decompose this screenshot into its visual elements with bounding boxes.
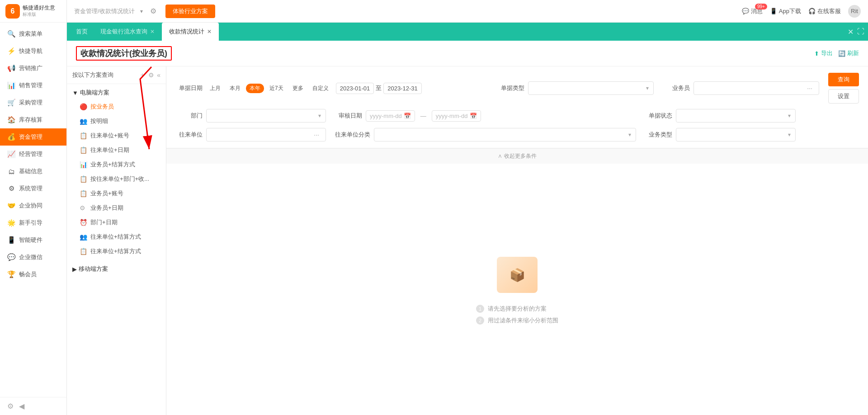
set-button[interactable]: 设置 — [828, 89, 859, 104]
sidebar-item-hardware[interactable]: 📱 智能硬件 — [0, 231, 66, 249]
schema-item-by-sales-account[interactable]: 📋 业务员+账号 — [67, 186, 166, 201]
doc-type-select[interactable]: ▾ — [528, 81, 654, 95]
sidebar-item-purchase[interactable]: 🛒 采购管理 — [0, 94, 66, 111]
unit-dept-icon: 📋 — [80, 175, 87, 183]
review-from-placeholder: yyyy-mm-dd — [370, 113, 402, 119]
sidebar-item-member[interactable]: 🏆 畅会员 — [0, 266, 66, 283]
biz-type-select[interactable]: ▾ — [676, 128, 796, 141]
date-from-input[interactable]: 2023-01-01 — [336, 83, 374, 94]
chevron-right-icon: ▶ — [72, 266, 77, 273]
settings-bottom-icon[interactable]: ⚙ — [7, 402, 14, 410]
app-label: App下载 — [779, 7, 801, 15]
review-from-input[interactable]: yyyy-mm-dd 📅 — [366, 110, 415, 122]
message-button[interactable]: 💬 消息 99+ — [742, 7, 763, 15]
sidebar-item-basic[interactable]: 🗂 基础信息 — [0, 163, 66, 180]
collapse-sidebar-icon[interactable]: ◀ — [19, 402, 24, 410]
service-label: 在线客服 — [817, 7, 841, 15]
salesperson-dots[interactable]: ··· — [805, 85, 814, 92]
dept-select[interactable]: ▾ — [206, 109, 326, 123]
filter-row-2: 部门 ▾ 审核日期 yyyy-mm-dd 📅 — [175, 109, 859, 123]
refresh-button[interactable]: 🔄 刷新 — [838, 49, 859, 57]
date-last-month[interactable]: 上月 — [206, 84, 224, 93]
schema-group-mobile-header[interactable]: ▶ 移动端方案 — [67, 262, 166, 276]
schema-item-by-sales-date[interactable]: ⚙ 业务员+日期 — [67, 201, 166, 215]
date-shortcuts: 上月 本月 本年 近7天 更多 自定义 — [206, 84, 332, 93]
sidebar-item-search[interactable]: 🔍 搜索菜单 — [0, 25, 66, 42]
filter-item-review-date: 审核日期 yyyy-mm-dd 📅 — yyyy-mm-dd 📅 — [335, 110, 636, 122]
filter-item-partner: 往来单位 ··· — [175, 128, 326, 141]
topbar-dropdown-icon[interactable]: ▾ — [140, 8, 143, 14]
schema-item-by-unit-settle2[interactable]: 📋 往来单位+结算方式 — [67, 244, 166, 259]
sidebar-item-marketing[interactable]: 📢 营销推广 — [0, 60, 66, 77]
date-to-input[interactable]: 2023-12-31 — [383, 83, 422, 94]
salesperson-select[interactable]: ··· — [693, 81, 819, 95]
sidebar-item-operation[interactable]: 📈 经营管理 — [0, 146, 66, 163]
date-this-year[interactable]: 本年 — [246, 84, 264, 93]
calendar-icon: 📅 — [404, 113, 411, 119]
tabbar-expand-icon[interactable]: ⛶ — [857, 28, 864, 36]
add-schema-icon[interactable]: ＋ — [139, 71, 146, 79]
tabbar-close-icon[interactable]: ✕ — [848, 28, 854, 36]
refresh-label: 刷新 — [847, 49, 859, 57]
schema-item-by-unit-settle1[interactable]: 👥 往来单位+结算方式 — [67, 230, 166, 244]
sales-settle-icon: 📊 — [80, 161, 87, 168]
tab-receipt-close[interactable]: ✕ — [207, 28, 212, 35]
schema-item-salesperson-label: 按业务员 — [90, 103, 114, 111]
collapse-panel-icon[interactable]: « — [157, 71, 160, 79]
sidebar-item-wechat[interactable]: 💬 企业微信 — [0, 249, 66, 266]
date-last-7days[interactable]: 近7天 — [266, 84, 287, 93]
service-button[interactable]: 🎧 在线客服 — [808, 7, 841, 15]
schema-item-by-unit-account[interactable]: 📋 往来单位+账号 — [67, 128, 166, 143]
message-icon: 💬 — [742, 8, 749, 14]
sidebar-item-quicknav[interactable]: ⚡ 快捷导航 — [0, 42, 66, 60]
schema-item-sales-account-label: 业务员+账号 — [90, 189, 123, 198]
topbar-gear-icon[interactable]: ⚙ — [150, 7, 156, 15]
schema-item-by-unit-dept[interactable]: 📋 按往来单位+部门+收... — [67, 172, 166, 186]
sidebar-item-collab[interactable]: 🤝 企业协同 — [0, 197, 66, 214]
logo-badge: 标准版 — [23, 11, 55, 18]
schema-item-by-salesperson[interactable]: 🔴 按业务员 — [67, 99, 166, 114]
dept-label: 部门 — [175, 112, 203, 120]
sidebar-label-purchase: 采购管理 — [19, 99, 42, 107]
doc-type-chevron-icon: ▾ — [646, 85, 649, 91]
tab-home[interactable]: 首页 — [71, 28, 93, 36]
schema-item-by-detail[interactable]: 👥 按明细 — [67, 114, 166, 128]
sidebar-item-finance[interactable]: 💰 资金管理 — [0, 128, 66, 146]
review-to-input[interactable]: yyyy-mm-dd 📅 — [432, 110, 481, 122]
schema-group-desktop-header[interactable]: ▼ 电脑端方案 — [67, 86, 166, 99]
query-button[interactable]: 查询 — [828, 73, 859, 86]
schema-item-by-unit-date[interactable]: 📋 往来单位+日期 — [67, 143, 166, 157]
schema-item-by-sales-settle[interactable]: 📊 业务员+结算方式 — [67, 157, 166, 172]
partner-select[interactable]: ··· — [206, 128, 326, 141]
salesperson-icon: 🔴 — [80, 103, 87, 110]
sidebar-item-inventory[interactable]: 🏠 库存核算 — [0, 111, 66, 128]
tab-receipt[interactable]: 收款情况统计 ✕ — [162, 23, 219, 41]
partner-type-select[interactable]: ▾ — [374, 128, 636, 141]
collapse-bar[interactable]: ∧ 收起更多条件 — [166, 148, 868, 164]
content-area: 收款情况统计(按业务员) ⬆ 导出 🔄 刷新 按以下方案查询 ＋ ⚙ — [67, 41, 868, 415]
date-this-month[interactable]: 本月 — [226, 84, 244, 93]
schema-item-by-dept-date[interactable]: ⏰ 部门+日期 — [67, 215, 166, 230]
tab-bankflow-close[interactable]: ✕ — [150, 28, 155, 35]
date-custom[interactable]: 自定义 — [309, 84, 332, 93]
app-download-button[interactable]: 📱 App下载 — [770, 7, 801, 15]
sidebar-item-guide[interactable]: 🌟 新手引导 — [0, 214, 66, 231]
schema-group-mobile: ▶ 移动端方案 — [67, 260, 166, 278]
partner-dots[interactable]: ··· — [312, 131, 321, 138]
export-button[interactable]: ⬆ 导出 — [814, 49, 833, 57]
tab-bankflow[interactable]: 现金银行流水查询 ✕ — [93, 23, 162, 41]
empty-state: 📦 1 请先选择要分析的方案 2 用过滤条件来缩小分析范围 — [166, 164, 868, 415]
message-badge: 99+ — [755, 4, 767, 9]
date-more[interactable]: 更多 — [289, 84, 307, 93]
partner-label: 往来单位 — [175, 131, 203, 139]
unit-date-icon: 📋 — [80, 146, 87, 154]
sidebar-item-sales[interactable]: 📊 销售管理 — [0, 77, 66, 94]
doc-status-select[interactable]: ▾ — [676, 109, 796, 123]
user-avatar[interactable]: Rit — [848, 5, 861, 18]
sidebar-item-system[interactable]: ⚙ 系统管理 — [0, 180, 66, 197]
partner-type-label: 往来单位分类 — [335, 131, 370, 139]
logo-text-block: 畅捷通好生意 标准版 — [23, 5, 55, 18]
trial-button[interactable]: 体验行业方案 — [165, 5, 215, 18]
schema-settings-icon[interactable]: ⚙ — [148, 71, 154, 79]
filter-area: 单据日期 上月 本月 本年 近7天 更多 自定义 — [166, 66, 868, 148]
